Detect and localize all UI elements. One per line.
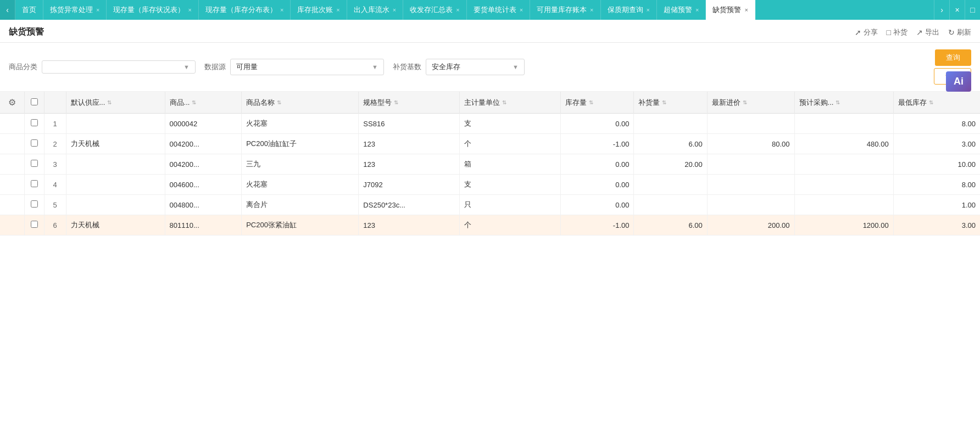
col-gear[interactable]: ⚙ xyxy=(0,92,24,114)
tab-collect-close[interactable]: × xyxy=(456,7,459,13)
row-min-stock: 3.00 xyxy=(893,134,980,154)
tab-expiry-close[interactable]: × xyxy=(647,7,650,13)
row-stock: 0.00 xyxy=(561,114,634,134)
row-gear-cell xyxy=(0,154,24,175)
row-min-stock: 8.00 xyxy=(893,114,980,134)
row-stock: 0.00 xyxy=(561,195,634,215)
sort-min-stock-icon: ⇅ xyxy=(929,99,933,105)
tab-inout[interactable]: 出入库流水 × xyxy=(347,0,403,20)
row-stock: -1.00 xyxy=(561,134,634,154)
table-row: 6 力天机械 801110... PC200张紧油缸 123 个 -1.00 6… xyxy=(0,215,980,236)
tab-overstock-close[interactable]: × xyxy=(695,7,699,13)
row-checkbox-cell[interactable] xyxy=(24,195,44,215)
col-supplier[interactable]: 默认供应... ⇅ xyxy=(66,92,165,114)
tab-inventory-status-close[interactable]: × xyxy=(188,7,191,13)
col-replenish-qty-label: 补货量 xyxy=(638,98,660,108)
replenish-arrow-icon: ▼ xyxy=(513,64,519,70)
category-label: 商品分类 xyxy=(9,62,37,72)
col-unit[interactable]: 主计量单位 ⇅ xyxy=(459,92,560,114)
row-checkbox-cell[interactable] xyxy=(24,215,44,236)
datasource-select[interactable]: 可用量 ▼ xyxy=(230,59,384,75)
tab-avail-ledger-close[interactable]: × xyxy=(590,7,593,13)
tab-overstock[interactable]: 超储预警 × xyxy=(657,0,706,20)
tab-inventory-dist-close[interactable]: × xyxy=(280,7,283,13)
row-est-purchase: 480.00 xyxy=(794,134,893,154)
col-product-name[interactable]: 商品名称 ⇅ xyxy=(242,92,359,114)
col-stock[interactable]: 库存量 ⇅ xyxy=(561,92,634,114)
tab-inventory-status[interactable]: 现存量（库存状况表） × xyxy=(107,0,198,20)
query-button[interactable]: 查询 xyxy=(935,49,971,66)
tab-order-stat-close[interactable]: × xyxy=(520,7,523,13)
category-select[interactable]: ▼ xyxy=(42,60,196,74)
row-checkbox[interactable] xyxy=(31,180,38,187)
tab-next-btn[interactable]: › xyxy=(934,0,949,20)
row-checkbox-cell[interactable] xyxy=(24,114,44,134)
settings-gear-icon[interactable]: ⚙ xyxy=(8,98,16,107)
tab-prev-btn[interactable]: ‹ xyxy=(0,0,15,20)
share-btn[interactable]: ➚ 分享 xyxy=(855,27,878,37)
row-spec: J7092 xyxy=(359,175,460,195)
row-checkbox[interactable] xyxy=(31,119,38,126)
tab-batch[interactable]: 库存批次账 × xyxy=(291,0,347,20)
tab-exception[interactable]: 拣货异常处理 × xyxy=(43,0,107,20)
tab-exception-close[interactable]: × xyxy=(96,7,99,13)
row-stock: -1.00 xyxy=(561,215,634,236)
row-checkbox[interactable] xyxy=(31,160,38,167)
row-latest-price xyxy=(707,175,794,195)
tab-shortage-close[interactable]: × xyxy=(744,7,748,13)
replenish-select[interactable]: 安全库存 ▼ xyxy=(426,59,525,75)
col-product-code-label: 商品... xyxy=(170,98,190,108)
row-supplier: 力天机械 xyxy=(66,134,165,154)
row-product-code: 801110... xyxy=(165,215,242,236)
tab-inventory-dist-label: 现存量（库存分布表） xyxy=(205,5,277,15)
tab-home[interactable]: 首页 xyxy=(15,0,43,20)
col-latest-price[interactable]: 最新进价 ⇅ xyxy=(707,92,794,114)
col-product-code[interactable]: 商品... ⇅ xyxy=(165,92,242,114)
tab-batch-close[interactable]: × xyxy=(336,7,339,13)
col-supplier-label: 默认供应... xyxy=(71,98,105,108)
row-product-name: 火花塞 xyxy=(242,114,359,134)
table-row: 2 力天机械 004200... PC200油缸缸子 123 个 -1.00 6… xyxy=(0,134,980,154)
row-spec: 123 xyxy=(359,134,460,154)
row-min-stock: 1.00 xyxy=(893,195,980,215)
col-spec-label: 规格型号 xyxy=(363,98,392,108)
header-actions: ➚ 分享 □ 补货 ↗ 导出 ↻ 刷新 xyxy=(855,27,971,37)
sort-stock-icon: ⇅ xyxy=(589,99,593,105)
tab-inventory-dist[interactable]: 现存量（库存分布表） × xyxy=(199,0,291,20)
tab-close-btn[interactable]: × xyxy=(949,0,965,20)
row-product-name: PC200张紧油缸 xyxy=(242,215,359,236)
row-checkbox[interactable] xyxy=(31,139,38,147)
select-all-checkbox[interactable] xyxy=(31,98,38,105)
main-content: 缺货预警 ➚ 分享 □ 补货 ↗ 导出 ↻ 刷新 商品分类 xyxy=(0,20,980,437)
row-checkbox[interactable] xyxy=(31,221,38,228)
tab-shortage[interactable]: 缺货预警 × xyxy=(706,0,755,20)
col-est-purchase[interactable]: 预计采购... ⇅ xyxy=(794,92,893,114)
tab-collect[interactable]: 收发存汇总表 × xyxy=(403,0,466,20)
col-stock-label: 库存量 xyxy=(565,98,587,108)
tab-inout-close[interactable]: × xyxy=(393,7,396,13)
ai-button[interactable]: Ai xyxy=(946,71,971,92)
refresh-btn[interactable]: ↻ 刷新 xyxy=(948,27,971,37)
tab-expiry[interactable]: 保质期查询 × xyxy=(601,0,657,20)
tab-expand-btn[interactable]: □ xyxy=(965,0,980,20)
col-latest-price-label: 最新进价 xyxy=(712,98,740,108)
row-est-purchase xyxy=(794,154,893,175)
tab-collect-label: 收发存汇总表 xyxy=(410,5,453,15)
row-checkbox-cell[interactable] xyxy=(24,154,44,175)
replenish-btn[interactable]: □ 补货 xyxy=(887,27,907,37)
category-filter-group: 商品分类 ▼ xyxy=(9,60,196,74)
row-supplier xyxy=(66,154,165,175)
export-btn[interactable]: ↗ 导出 xyxy=(916,27,939,37)
row-checkbox-cell[interactable] xyxy=(24,175,44,195)
row-est-purchase xyxy=(794,195,893,215)
row-checkbox-cell[interactable] xyxy=(24,134,44,154)
row-spec: 123 xyxy=(359,154,460,175)
row-index: 2 xyxy=(44,134,66,154)
row-supplier xyxy=(66,114,165,134)
tab-avail-ledger[interactable]: 可用量库存账本 × xyxy=(530,0,600,20)
col-min-stock[interactable]: 最低库存 ⇅ xyxy=(893,92,980,114)
tab-order-stat[interactable]: 要货单统计表 × xyxy=(467,0,530,20)
col-replenish-qty[interactable]: 补货量 ⇅ xyxy=(634,92,707,114)
col-spec[interactable]: 规格型号 ⇅ xyxy=(359,92,460,114)
row-checkbox[interactable] xyxy=(31,200,38,208)
